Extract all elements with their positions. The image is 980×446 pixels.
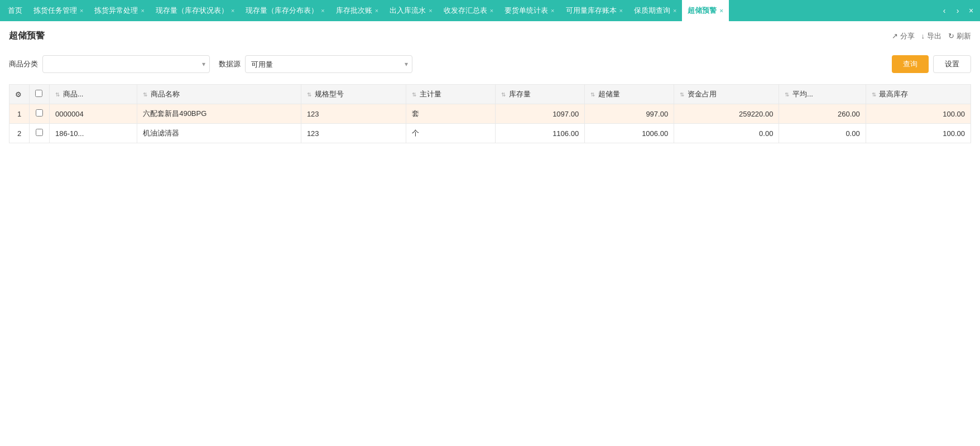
- share-icon: ↗: [892, 32, 898, 40]
- datasource-select[interactable]: 可用量: [245, 55, 412, 73]
- select-all-checkbox[interactable]: [35, 90, 42, 97]
- nav-item-summary[interactable]: 收发存汇总表 ×: [438, 0, 499, 21]
- nav-arrow-close[interactable]: ×: [964, 0, 978, 21]
- sort-icon: ⇅: [501, 91, 506, 98]
- datasource-select-wrapper: 可用量 ▾: [245, 55, 412, 73]
- sort-icon: ⇅: [143, 91, 147, 98]
- nav-item-exception[interactable]: 拣货异常处理 ×: [89, 0, 150, 21]
- close-icon[interactable]: ×: [551, 7, 554, 14]
- nav-item-task-mgmt[interactable]: 拣货任务管理 ×: [28, 0, 89, 21]
- table-row: 2 186-10... 机油滤清器 123 个 1106.00 1006.00 …: [9, 124, 971, 143]
- page-actions: ↗ 分享 ↓ 导出 ↻ 刷新: [892, 31, 972, 41]
- th-settings: ⚙: [9, 85, 30, 104]
- row-stock: 1097.00: [496, 104, 585, 124]
- refresh-button[interactable]: ↻ 刷新: [948, 31, 971, 41]
- th-avg[interactable]: ⇅ 平均...: [779, 85, 866, 104]
- row-product-name: 六配套新昌490BPG: [137, 104, 301, 124]
- th-product-id[interactable]: ⇅ 商品...: [50, 85, 137, 104]
- row-num: 1: [9, 104, 30, 124]
- table-row: 1 0000004 六配套新昌490BPG 123 套 1097.00 997.…: [9, 104, 971, 124]
- row-spec: 123: [301, 124, 406, 143]
- nav-item-stock-dist[interactable]: 现存量（库存分布表） ×: [240, 0, 330, 21]
- th-overflow[interactable]: ⇅ 超储量: [585, 85, 674, 104]
- sort-icon: ⇅: [872, 91, 876, 98]
- close-icon[interactable]: ×: [231, 7, 234, 14]
- nav-item-available[interactable]: 可用量库存账本 ×: [560, 0, 628, 21]
- th-capital[interactable]: ⇅ 资金占用: [674, 85, 779, 104]
- nav-item-stock-status[interactable]: 现存量（库存状况表） ×: [150, 0, 240, 21]
- close-icon[interactable]: ×: [141, 7, 144, 14]
- row-select-checkbox[interactable]: [36, 109, 43, 117]
- top-nav: 首页 拣货任务管理 × 拣货异常处理 × 现存量（库存状况表） × 现存量（库存…: [0, 0, 980, 21]
- th-checkbox: [30, 85, 50, 104]
- nav-item-inout[interactable]: 出入库流水 ×: [384, 0, 438, 21]
- th-product-name[interactable]: ⇅ 商品名称: [137, 85, 301, 104]
- sort-icon: ⇅: [307, 91, 311, 98]
- data-table: ⚙ ⇅ 商品... ⇅ 商品名称 ⇅ 规格型号 ⇅: [9, 84, 971, 143]
- nav-item-overstock[interactable]: 超储预警 ×: [682, 0, 728, 21]
- nav-arrow-right[interactable]: ›: [951, 0, 964, 21]
- close-icon[interactable]: ×: [375, 7, 378, 14]
- settings-button[interactable]: 设置: [933, 55, 971, 73]
- export-button[interactable]: ↓ 导出: [921, 31, 942, 41]
- row-product-name: 机油滤清器: [137, 124, 301, 143]
- nav-arrows: ‹ › ×: [938, 0, 978, 21]
- category-label: 商品分类: [9, 59, 38, 69]
- row-spec: 123: [301, 104, 406, 124]
- sort-icon: ⇅: [412, 91, 416, 98]
- th-stock[interactable]: ⇅ 库存量: [496, 85, 585, 104]
- close-icon[interactable]: ×: [490, 7, 493, 14]
- row-checkbox: [30, 124, 50, 143]
- datasource-label: 数据源: [219, 59, 241, 69]
- page-title: 超储预警: [9, 30, 45, 42]
- row-num: 2: [9, 124, 30, 143]
- table-header-row: ⚙ ⇅ 商品... ⇅ 商品名称 ⇅ 规格型号 ⇅: [9, 85, 971, 104]
- query-button[interactable]: 查询: [892, 55, 929, 73]
- close-icon[interactable]: ×: [321, 7, 324, 14]
- share-button[interactable]: ↗ 分享: [892, 31, 915, 41]
- row-stock: 1106.00: [496, 124, 585, 143]
- row-unit: 套: [406, 104, 496, 124]
- row-overflow: 1006.00: [585, 124, 674, 143]
- close-icon[interactable]: ×: [673, 7, 676, 14]
- refresh-icon: ↻: [948, 32, 954, 40]
- th-max-stock[interactable]: ⇅ 最高库存: [866, 85, 971, 104]
- category-filter-group: 商品分类 ▾: [9, 55, 210, 73]
- row-select-checkbox[interactable]: [36, 129, 43, 136]
- category-select-wrapper: ▾: [42, 55, 210, 73]
- close-icon[interactable]: ×: [619, 7, 623, 14]
- settings-icon[interactable]: ⚙: [15, 90, 22, 99]
- row-max-stock: 100.00: [866, 124, 971, 143]
- row-avg: 260.00: [779, 104, 866, 124]
- row-checkbox: [30, 104, 50, 124]
- sort-icon: ⇅: [55, 91, 60, 98]
- sort-icon: ⇅: [590, 91, 595, 98]
- row-capital: 259220.00: [674, 104, 779, 124]
- row-overflow: 997.00: [585, 104, 674, 124]
- row-product-id: 186-10...: [50, 124, 137, 143]
- row-max-stock: 100.00: [866, 104, 971, 124]
- page-header: 超储预警 ↗ 分享 ↓ 导出 ↻ 刷新: [9, 30, 971, 42]
- filter-row: 商品分类 ▾ 数据源 可用量 ▾ 查询 设置: [9, 51, 971, 77]
- filter-actions: 查询 设置: [892, 55, 971, 73]
- nav-arrow-left[interactable]: ‹: [938, 0, 951, 21]
- sort-icon: ⇅: [785, 91, 789, 98]
- export-icon: ↓: [921, 32, 925, 40]
- nav-item-expiry[interactable]: 保质期查询 ×: [628, 0, 682, 21]
- nav-item-order-stat[interactable]: 要货单统计表 ×: [499, 0, 560, 21]
- row-unit: 个: [406, 124, 496, 143]
- th-spec[interactable]: ⇅ 规格型号: [301, 85, 406, 104]
- row-capital: 0.00: [674, 124, 779, 143]
- nav-item-batch[interactable]: 库存批次账 ×: [330, 0, 384, 21]
- row-avg: 0.00: [779, 124, 866, 143]
- datasource-filter-group: 数据源 可用量 ▾: [219, 55, 412, 73]
- page-container: 超储预警 ↗ 分享 ↓ 导出 ↻ 刷新 商品分类 ▾: [0, 21, 980, 446]
- close-icon[interactable]: ×: [80, 7, 83, 14]
- category-select[interactable]: [42, 55, 210, 73]
- close-icon[interactable]: ×: [429, 7, 432, 14]
- sort-icon: ⇅: [680, 91, 684, 98]
- th-unit[interactable]: ⇅ 主计量: [406, 85, 496, 104]
- close-icon[interactable]: ×: [719, 7, 723, 14]
- nav-item-home[interactable]: 首页: [2, 0, 28, 21]
- row-product-id: 0000004: [50, 104, 137, 124]
